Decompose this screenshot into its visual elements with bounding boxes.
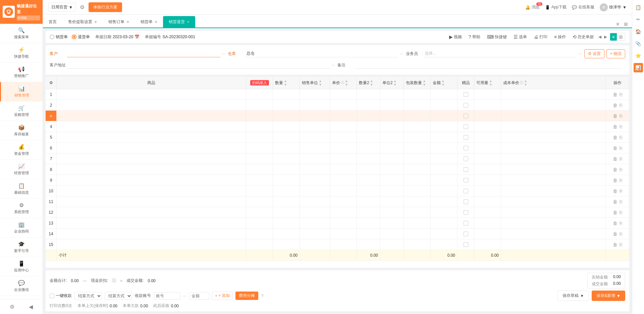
copy-icon[interactable]: ⎘	[620, 210, 622, 215]
row-1-unit2[interactable]	[380, 89, 404, 100]
row-3-copy-icon[interactable]: ⎘	[620, 113, 622, 119]
row-3-qty2[interactable]	[357, 111, 380, 121]
row-1-product[interactable]	[57, 89, 246, 100]
row-3-amount[interactable]	[431, 111, 458, 121]
address-select-icon[interactable]: ···	[331, 63, 335, 67]
tab-sales-return-close-icon[interactable]: ✕	[187, 20, 190, 24]
row-gift-checkbox[interactable]	[464, 135, 468, 140]
copy-icon[interactable]: ⎘	[620, 231, 622, 237]
tab-price-setting[interactable]: 售价提取设置 ✕	[62, 16, 103, 27]
message-button[interactable]: 🔔 消息 70	[525, 4, 540, 10]
scan-input-btn[interactable]: 扫码录入	[250, 80, 269, 85]
sidebar-item-marketing[interactable]: 📢 营销推广	[0, 63, 43, 82]
row-1-price[interactable]	[330, 89, 357, 100]
row-3-price[interactable]	[330, 111, 357, 121]
help-btn[interactable]: ? 帮助	[467, 34, 482, 41]
copy-icon[interactable]: ⎘	[620, 242, 622, 247]
delete-icon[interactable]: 🗑	[613, 124, 618, 129]
row-2-pack-qty[interactable]	[404, 100, 431, 111]
delete-icon[interactable]: 🗑	[613, 167, 618, 172]
price-info-icon[interactable]: ⓘ	[341, 80, 344, 85]
settings-button[interactable]: ⚙ 设置	[584, 49, 604, 58]
row-gift-checkbox[interactable]	[464, 189, 468, 193]
gear-settings-icon[interactable]: ⚙	[49, 80, 53, 85]
delete-icon[interactable]: 🗑	[613, 178, 618, 183]
delete-icon[interactable]: 🗑	[613, 145, 618, 151]
right-panel-btn-3[interactable]: 🏠	[634, 27, 643, 36]
row-3-delete-icon[interactable]: 🗑	[613, 113, 618, 119]
sidebar-item-enterprise[interactable]: 🏢 企业协同	[0, 218, 43, 238]
row-3-unit2[interactable]	[380, 111, 404, 121]
row-1-qty2[interactable]	[357, 89, 380, 100]
row-gift-checkbox[interactable]	[464, 146, 468, 150]
sidebar-item-sales-mgmt[interactable]: 📊 销售管理	[0, 82, 43, 102]
row-1-copy-icon[interactable]: ⎘	[620, 92, 622, 97]
radio-sales[interactable]: 销货单	[50, 34, 68, 40]
row-1-delete-icon[interactable]: 🗑	[613, 92, 618, 97]
trial-button[interactable]: 体验行业方案	[89, 2, 122, 12]
view-list-btn[interactable]: ≡	[610, 33, 617, 41]
add-logistics-button[interactable]: + 物流	[606, 49, 625, 58]
delete-icon[interactable]: 🗑	[613, 231, 618, 237]
row-gift-checkbox[interactable]	[464, 167, 468, 172]
row-3-product-input[interactable]	[59, 114, 244, 118]
app-download-button[interactable]: 📱 App下载	[545, 4, 567, 10]
account-select-icon[interactable]: ···	[183, 294, 186, 298]
row-gift-checkbox[interactable]	[464, 221, 468, 226]
row-1-gift-checkbox[interactable]	[464, 92, 468, 97]
tab-sales-order[interactable]: 销售订单 ✕	[103, 16, 135, 27]
delete-icon[interactable]: 🗑	[613, 135, 618, 140]
row-gift-checkbox[interactable]	[464, 242, 468, 247]
row-1-available[interactable]	[474, 89, 501, 100]
history-btn[interactable]: ⟲ 历史单据	[571, 34, 596, 41]
maximize-btn[interactable]: ⊞	[623, 21, 629, 27]
sidebar-item-inventory[interactable]: 📦 库存核算	[0, 121, 43, 140]
row-gift-checkbox[interactable]	[464, 232, 468, 236]
one-key-payment-check[interactable]: 一键收款	[50, 293, 72, 299]
row-2-gift[interactable]	[458, 100, 474, 111]
copy-icon[interactable]: ⎘	[620, 145, 622, 151]
row-gift-checkbox[interactable]	[464, 156, 468, 161]
delete-icon[interactable]: 🗑	[613, 242, 618, 247]
row-1-quantity[interactable]	[273, 89, 300, 100]
nav-next-icon[interactable]: ▶	[604, 35, 607, 39]
tab-sales[interactable]: 销货单 ✕	[135, 16, 163, 27]
sidebar-item-new-guide[interactable]: 🎓 新手引导	[0, 238, 43, 257]
row-2-cost-price[interactable]	[501, 100, 606, 111]
row-2-product[interactable]	[57, 100, 246, 111]
category-select[interactable]: 日用百货 ▼	[48, 3, 76, 12]
row-1-gift[interactable]	[458, 89, 474, 100]
pack-sort-icon[interactable]: ▲▼	[423, 79, 426, 86]
sidebar-item-operation[interactable]: 📈 经营管理	[0, 160, 43, 179]
nav-prev-icon[interactable]: ◀	[598, 35, 601, 39]
view-grid-btn[interactable]: ⊞	[617, 33, 625, 41]
row-gift-checkbox[interactable]	[464, 178, 468, 183]
account-input[interactable]	[154, 292, 180, 300]
sidebar-item-finance[interactable]: 💰 资金管理	[0, 140, 43, 160]
expense-help-icon[interactable]: ?	[261, 294, 263, 298]
row-3-unit[interactable]	[300, 111, 330, 121]
sidebar-item-quick-nav[interactable]: ⚡ 快捷导航	[0, 43, 43, 63]
sidebar-item-enterprise-wx[interactable]: 💬 企业微信	[0, 276, 43, 296]
row-2-price[interactable]	[330, 100, 357, 111]
th-gear[interactable]: ⚙	[46, 77, 57, 89]
right-panel-btn-1[interactable]: 📋	[634, 3, 643, 12]
calendar-icon[interactable]: 📅	[135, 35, 140, 39]
copy-icon[interactable]: ⎘	[620, 178, 622, 183]
row-2-qty2[interactable]	[357, 100, 380, 111]
row-2-quantity[interactable]	[273, 100, 300, 111]
sidebar-item-search[interactable]: 🔍 搜索菜单	[0, 24, 43, 43]
row-3-gift-checkbox[interactable]	[464, 114, 468, 118]
tab-sales-return[interactable]: 销货退货 ✕	[163, 16, 195, 27]
salesperson-input[interactable]: 选择...	[423, 50, 577, 57]
copy-icon[interactable]: ⎘	[620, 221, 622, 226]
right-panel-btn-5[interactable]: ⭐	[634, 51, 643, 60]
user-menu[interactable]: 徐 徐泽华 ▼	[600, 3, 627, 11]
amount-sort-icon[interactable]: ▲▼	[441, 79, 445, 86]
copy-icon[interactable]: ⎘	[620, 124, 622, 129]
expense-split-button[interactable]: 费用分摊	[235, 292, 258, 300]
delete-icon[interactable]: 🗑	[613, 199, 618, 204]
right-panel-btn-4[interactable]: 📎	[634, 39, 643, 48]
row-2-copy-icon[interactable]: ⎘	[620, 103, 622, 108]
video-btn[interactable]: ▶ 视频	[447, 34, 464, 41]
